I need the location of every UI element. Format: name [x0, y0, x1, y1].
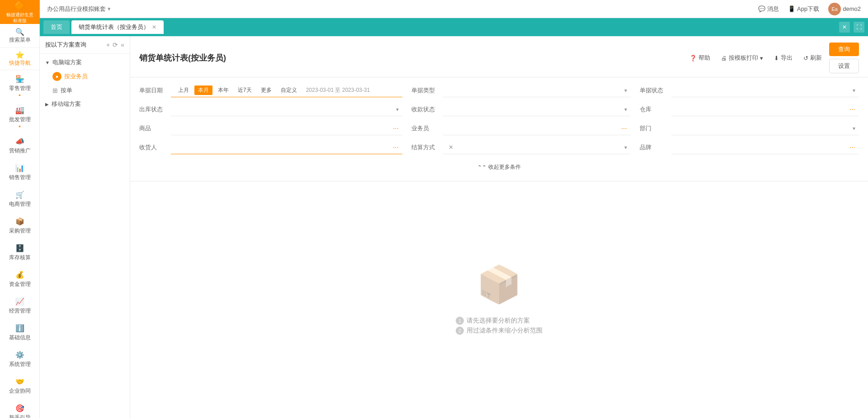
tree-item-desktop[interactable]: ▼ 电脑端方案 [40, 56, 130, 69]
filter-item-goods: 商品 ··· [139, 122, 402, 135]
query-button[interactable]: 查询 [829, 43, 859, 56]
date-tab-more[interactable]: 更多 [257, 86, 275, 95]
tab-home[interactable]: 首页 [43, 20, 70, 34]
receiver-more-icon[interactable]: ··· [393, 143, 399, 152]
tab-home-label: 首页 [51, 23, 62, 31]
outbound-label: 出库状态 [139, 105, 171, 114]
sidebar: 🔶 畅捷通好生意 标准版 🔍 搜索菜单 ⭐ 快捷导航 🏪 零售管理 🏭 批发管理… [0, 0, 40, 418]
date-tab-last-month[interactable]: 上月 [175, 86, 193, 95]
empty-tips: 1 请先选择要分析的方案 2 用过滤条件来缩小分析范围 [456, 315, 542, 337]
sidebar-search[interactable]: 🔍 搜索菜单 [0, 24, 39, 48]
app-download-button[interactable]: 📱 App下载 [788, 5, 819, 13]
phone-icon: 📱 [788, 5, 795, 12]
help-icon: ❓ [689, 55, 697, 62]
doc-status-label: 单据状态 [640, 86, 671, 95]
sidebar-item-newbie[interactable]: 🎯 新手引导 [0, 399, 39, 418]
sidebar-item-sales[interactable]: 📊 销售管理 [0, 159, 39, 186]
help-button[interactable]: ❓ 帮助 [686, 52, 714, 64]
dept-label: 部门 [640, 124, 671, 133]
add-scheme-button[interactable]: + [106, 41, 110, 48]
sidebar-item-inventory[interactable]: 🗄️ 库存核算 [0, 239, 39, 266]
system-icon: ⚙️ [15, 351, 24, 359]
filter-row-4: 收货人 ··· 结算方式 ✕ ▾ [139, 141, 859, 154]
document-selector[interactable]: 办公用品行业模拟账套 ▾ [47, 5, 111, 13]
ecommerce-icon: 🛒 [15, 190, 24, 199]
outbound-dropdown-icon: ▾ [396, 106, 399, 113]
tab-close-icon[interactable]: ✕ [152, 24, 156, 30]
user-profile[interactable]: Ea demo2 [828, 3, 861, 15]
dropdown-arrow-icon: ▾ [108, 5, 111, 12]
brand-more-icon[interactable]: ··· [849, 143, 855, 152]
sidebar-item-basic[interactable]: ℹ️ 基础信息 [0, 319, 39, 346]
settlement-dropdown-icon: ▾ [624, 144, 627, 151]
sidebar-item-enterprise[interactable]: 🤝 企业协同 [0, 373, 39, 399]
salesman-control[interactable]: ··· [443, 122, 631, 135]
left-panel: 按以下方案查询 + ⟳ « ▼ 电脑端方案 ● 按业务员 ⊞ 按单 [40, 36, 130, 418]
doc-status-control[interactable]: ▾ [671, 84, 859, 97]
collapse-panel-button[interactable]: « [121, 41, 124, 48]
tab-expand-button[interactable]: ⛶ [854, 22, 864, 33]
tree-item-by-salesman[interactable]: ● 按业务员 [40, 69, 130, 84]
filter-item-payment: 收款状态 ▾ [411, 103, 631, 116]
finance-icon: 💰 [15, 271, 24, 279]
settlement-control[interactable]: ✕ ▾ [443, 141, 631, 154]
print-icon: 🖨 [721, 55, 727, 62]
empty-state: 📦 1 请先选择要分析的方案 2 用过滤条件来缩小分析范围 [130, 181, 868, 418]
template-print-button[interactable]: 🖨 按模板打印 ▾ [717, 52, 767, 64]
collapse-up-icon: ⌃⌃ [477, 164, 486, 171]
doc-type-label: 单据类型 [411, 86, 443, 95]
outbound-control[interactable]: ▾ [171, 103, 402, 116]
order-scheme-icon: ⊞ [52, 87, 58, 94]
date-tab-7days[interactable]: 近7天 [234, 86, 255, 95]
tree-item-by-order[interactable]: ⊞ 按单 [40, 84, 130, 97]
filter-row-1: 单据日期 上月 本月 本年 近7天 更多 自定义 2023-03-01 至 20… [139, 84, 859, 97]
date-tab-custom[interactable]: 自定义 [277, 86, 301, 95]
doc-type-control[interactable]: ▾ [443, 84, 631, 97]
export-button[interactable]: ⬇ 导出 [770, 52, 796, 64]
collapse-bar[interactable]: ⌃⌃ 收起更多条件 [139, 160, 859, 175]
filter-area: 单据日期 上月 本月 本年 近7天 更多 自定义 2023-03-01 至 20… [130, 77, 868, 181]
page-title: 销货单统计表(按业务员) [139, 52, 226, 63]
refresh-scheme-button[interactable]: ⟳ [113, 41, 118, 48]
date-control[interactable]: 上月 本月 本年 近7天 更多 自定义 2023-03-01 至 2023-03… [171, 84, 402, 97]
sidebar-item-operations[interactable]: 📈 经营管理 [0, 293, 39, 319]
filter-item-doc-status: 单据状态 ▾ [640, 84, 859, 97]
settlement-clear-icon[interactable]: ✕ [447, 144, 455, 151]
tab-close-all-button[interactable]: ✕ [839, 22, 850, 33]
date-tab-this-month[interactable]: 本月 [194, 86, 212, 95]
tree-section: ▼ 电脑端方案 ● 按业务员 ⊞ 按单 ▶ 移动端方案 [40, 54, 130, 113]
sidebar-item-system[interactable]: ⚙️ 系统管理 [0, 346, 39, 373]
tip-text-1: 请先选择要分析的方案 [467, 317, 530, 325]
purchase-icon: 📦 [15, 217, 24, 226]
filter-item-dept: 部门 ▾ [640, 122, 859, 135]
sidebar-item-retail[interactable]: 🏪 零售管理 [0, 70, 39, 101]
sidebar-logo: 🔶 畅捷通好生意 标准版 [0, 0, 40, 24]
warehouse-more-icon[interactable]: ··· [849, 105, 855, 114]
salesman-more-icon[interactable]: ··· [621, 124, 627, 133]
page-header-actions: ❓ 帮助 🖨 按模板打印 ▾ ⬇ 导出 ↺ 刷新 [686, 43, 859, 73]
filter-item-salesman: 业务员 ··· [411, 122, 631, 135]
warehouse-control[interactable]: ··· [671, 103, 859, 116]
sidebar-item-ecommerce[interactable]: 🛒 电商管理 [0, 186, 39, 213]
sidebar-item-finance[interactable]: 💰 资金管理 [0, 266, 39, 293]
brand-control[interactable]: ··· [671, 141, 859, 154]
sidebar-item-marketing[interactable]: 📣 营销推广 [0, 133, 39, 159]
logo-text: 畅捷通好生意 [6, 12, 33, 18]
refresh-button[interactable]: ↺ 刷新 [800, 52, 826, 64]
goods-control[interactable]: ··· [171, 122, 402, 135]
tab-sales-stat[interactable]: 销货单统计表（按业务员） ✕ [71, 20, 164, 34]
by-salesman-label: 按业务员 [64, 72, 88, 81]
tree-item-mobile[interactable]: ▶ 移动端方案 [40, 97, 130, 111]
goods-more-icon[interactable]: ··· [393, 124, 399, 133]
filter-item-receiver: 收货人 ··· [139, 141, 402, 154]
payment-control[interactable]: ▾ [443, 103, 631, 116]
dept-control[interactable]: ▾ [671, 122, 859, 135]
sidebar-quicknav[interactable]: ⭐ 快捷导航 [0, 48, 39, 70]
sidebar-item-wholesale[interactable]: 🏭 批发管理 [0, 101, 39, 133]
logo-icon: 🔶 [14, 0, 25, 11]
date-tab-this-year[interactable]: 本年 [214, 86, 232, 95]
receiver-control[interactable]: ··· [171, 141, 402, 154]
sidebar-item-purchase[interactable]: 📦 采购管理 [0, 213, 39, 239]
message-button[interactable]: 💬 消息 [758, 5, 779, 13]
settings-button[interactable]: 设置 [829, 59, 859, 73]
